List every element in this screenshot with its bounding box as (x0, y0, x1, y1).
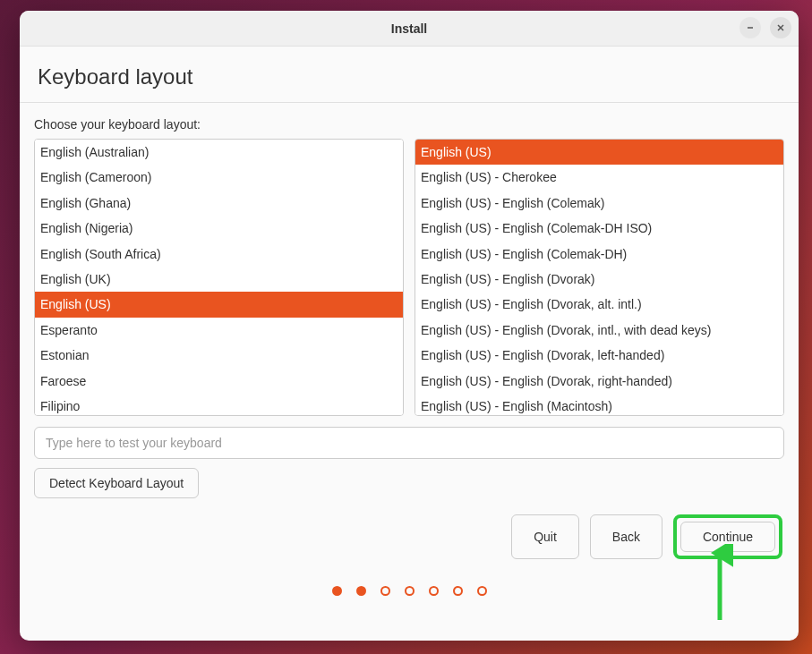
choose-label: Choose your keyboard layout: (34, 117, 784, 132)
window-controls (739, 17, 791, 38)
list-item[interactable]: English (Australian) (35, 140, 403, 165)
progress-dot (332, 586, 342, 596)
back-button[interactable]: Back (590, 514, 662, 559)
progress-dot (453, 586, 463, 596)
list-item[interactable]: English (US) - Cherokee (415, 165, 783, 190)
progress-dot (405, 586, 415, 596)
continue-button[interactable]: Continue (680, 522, 775, 552)
variant-list[interactable]: English (US)English (US) - CherokeeEngli… (415, 139, 784, 416)
page-title: Keyboard layout (38, 64, 781, 89)
page-header: Keyboard layout (20, 47, 799, 103)
list-item[interactable]: English (US) - English (Dvorak, right-ha… (415, 369, 783, 394)
list-item[interactable]: English (US) - English (Dvorak, left-han… (415, 343, 783, 368)
layout-lists: English (Australian)English (Cameroon)En… (34, 139, 784, 416)
window-title: Install (391, 21, 427, 36)
progress-dot (477, 586, 487, 596)
list-item[interactable]: Estonian (35, 343, 403, 368)
detect-layout-button[interactable]: Detect Keyboard Layout (34, 468, 199, 498)
list-item[interactable]: English (US) - English (Colemak-DH ISO) (415, 216, 783, 241)
continue-highlight: Continue (673, 514, 782, 559)
list-item[interactable]: English (South Africa) (35, 242, 403, 267)
content-area: Choose your keyboard layout: English (Au… (20, 103, 799, 641)
progress-dot (380, 586, 390, 596)
titlebar: Install (20, 11, 799, 47)
list-item[interactable]: Esperanto (35, 318, 403, 343)
list-item[interactable]: English (US) - English (Dvorak, intl., w… (415, 318, 783, 343)
minimize-button[interactable] (739, 17, 761, 38)
list-item[interactable]: English (US) (35, 292, 403, 317)
quit-button[interactable]: Quit (511, 514, 579, 559)
installer-window: Install Keyboard layout Choose your keyb… (20, 11, 799, 641)
nav-buttons: Quit Back Continue (34, 514, 784, 559)
list-item[interactable]: English (US) - English (Dvorak, alt. int… (415, 292, 783, 317)
minimize-icon (746, 23, 755, 32)
progress-dot (356, 586, 366, 596)
progress-dot (429, 586, 439, 596)
list-item[interactable]: English (UK) (35, 267, 403, 292)
list-item[interactable]: Filipino (35, 394, 403, 416)
list-item[interactable]: English (US) - English (Colemak) (415, 191, 783, 216)
keyboard-test-input[interactable] (34, 427, 784, 459)
close-button[interactable] (770, 17, 791, 38)
list-item[interactable]: English (US) (415, 140, 783, 165)
progress-indicator (34, 559, 784, 614)
list-item[interactable]: English (US) - English (Colemak-DH) (415, 242, 783, 267)
list-item[interactable]: English (US) - English (Macintosh) (415, 394, 783, 416)
list-item[interactable]: English (US) - English (Dvorak) (415, 267, 783, 292)
list-item[interactable]: Faroese (35, 369, 403, 394)
list-item[interactable]: English (Nigeria) (35, 216, 403, 241)
close-icon (776, 23, 785, 32)
list-item[interactable]: English (Cameroon) (35, 165, 403, 190)
list-item[interactable]: English (Ghana) (35, 191, 403, 216)
language-list[interactable]: English (Australian)English (Cameroon)En… (34, 139, 404, 416)
